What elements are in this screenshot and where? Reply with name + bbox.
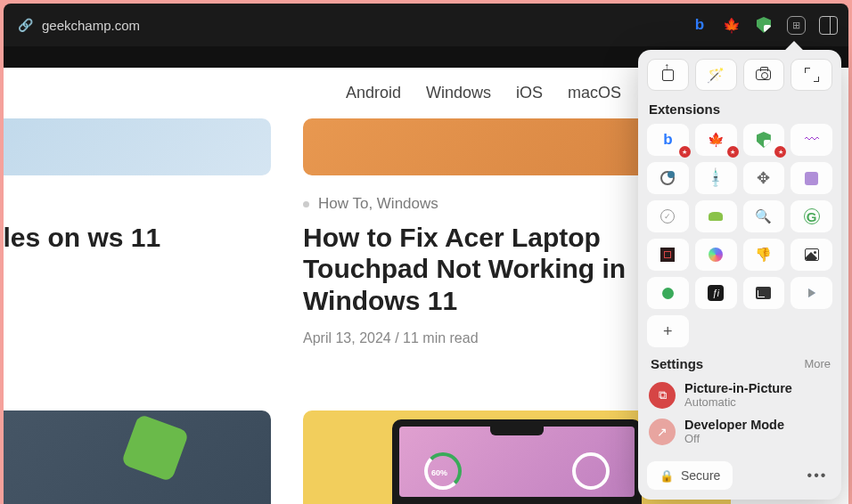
extensions-grid: b 🍁 〰 💉 ✥ ✓ 🔍 G 👎 ƒi + [647, 124, 832, 347]
panel-footer: 🔒 Secure ••• [647, 460, 832, 491]
notification-badge-icon [727, 146, 739, 158]
more-options-button[interactable]: ••• [802, 460, 832, 491]
extension-flame-icon[interactable]: 🍁 [722, 15, 741, 35]
ext-player[interactable] [791, 277, 832, 309]
browser-toolbar: 🔗 geekchamp.com b 🍁 ⊞ [4, 4, 848, 46]
ext-search[interactable]: 🔍 [743, 200, 785, 232]
laptop-illustration: 60% [392, 419, 642, 504]
ext-function[interactable]: ƒi [695, 277, 737, 309]
magnify-icon: 🔍 [755, 208, 772, 224]
ext-redsquare[interactable] [647, 239, 689, 271]
ext-grammarly[interactable]: G [791, 200, 832, 232]
wand-icon: 🪄 [707, 67, 725, 84]
function-icon: ƒi [708, 285, 724, 301]
ext-move[interactable]: ✥ [743, 162, 785, 194]
ext-purple[interactable] [791, 162, 832, 194]
plus-icon: + [663, 322, 673, 341]
magic-button[interactable]: 🪄 [695, 59, 737, 91]
meta-dot-icon [303, 201, 309, 207]
square-icon [805, 172, 818, 185]
article-card[interactable]: Windows Open DAT Files on ws 11 24 / 7 m… [4, 118, 271, 346]
setting-name: Developer Mode [684, 418, 784, 432]
address-bar[interactable]: 🔗 geekchamp.com [18, 18, 140, 33]
article-dateline: 24 / 7 min read [4, 267, 271, 283]
security-status-button[interactable]: 🔒 Secure [647, 461, 733, 490]
ext-check[interactable]: ✓ [647, 200, 689, 232]
setting-value: Off [684, 432, 784, 445]
share-button[interactable] [647, 59, 689, 91]
nav-macos[interactable]: macOS [568, 84, 621, 102]
share-icon [662, 69, 674, 81]
nav-android[interactable]: Android [346, 84, 401, 102]
ext-maple[interactable]: 🍁 [695, 124, 737, 156]
notification-badge-icon [679, 146, 691, 158]
ext-frame[interactable] [743, 277, 785, 309]
image-icon [805, 248, 819, 261]
red-square-icon [660, 248, 675, 262]
ext-colorpicker[interactable]: 💉 [695, 162, 737, 194]
extension-bing-icon[interactable]: b [690, 15, 709, 35]
lock-icon: 🔒 [659, 469, 674, 483]
article-category[interactable]: Windows [4, 195, 271, 213]
swirl-icon [709, 248, 723, 262]
ext-browser[interactable] [647, 162, 689, 194]
secure-label: Secure [681, 468, 720, 483]
setting-devmode[interactable]: ↗ Developer Mode Off [647, 413, 832, 450]
setting-value: Automatic [684, 395, 792, 409]
screenshot-button[interactable] [743, 59, 785, 91]
fullscreen-button[interactable] [791, 59, 832, 91]
nav-windows[interactable]: Windows [426, 84, 491, 102]
panel-actions-row: 🪄 [647, 59, 832, 91]
ext-greendot[interactable] [647, 277, 689, 309]
nav-ios[interactable]: iOS [516, 84, 543, 102]
blob-icon [709, 212, 723, 221]
check-circle-icon: ✓ [660, 209, 675, 224]
extensions-heading: Extensions [647, 102, 832, 117]
toolbar-right: b 🍁 ⊞ [690, 15, 838, 35]
link-icon: 🔗 [18, 18, 33, 32]
ext-dislike[interactable]: 👎 [743, 239, 785, 271]
pip-icon: ⧉ [649, 382, 676, 409]
settings-more-link[interactable]: More [804, 357, 831, 370]
setting-pip[interactable]: ⧉ Picture-in-Picture Automatic [647, 377, 832, 413]
ext-bing[interactable]: b [647, 124, 689, 156]
green-dot-icon [662, 288, 674, 299]
move-icon: ✥ [757, 168, 770, 188]
ext-greenapp[interactable] [695, 200, 737, 232]
extensions-button[interactable]: ⊞ [786, 15, 806, 35]
article-title[interactable]: Open DAT Files on ws 11 [4, 222, 271, 253]
article-thumbnail [4, 118, 271, 175]
notification-badge-icon [774, 146, 786, 158]
maple-icon: 🍁 [708, 132, 725, 148]
url-text: geekchamp.com [42, 18, 140, 33]
globe-icon [660, 171, 675, 185]
add-extension-button[interactable]: + [647, 315, 689, 347]
ext-copilot[interactable] [695, 239, 737, 271]
shield-icon [757, 132, 771, 148]
ext-shield[interactable] [743, 124, 785, 156]
play-icon [808, 289, 815, 297]
eyedropper-icon: 💉 [704, 167, 727, 190]
fullscreen-icon [805, 68, 819, 82]
frame-icon [756, 287, 771, 299]
extension-shield-icon[interactable] [754, 15, 774, 35]
settings-heading: Settings [649, 356, 703, 371]
ext-wave[interactable]: 〰 [791, 124, 832, 156]
settings-header: Settings More [647, 356, 832, 371]
thumb-down-icon: 👎 [755, 247, 772, 263]
grammarly-icon: G [804, 208, 820, 224]
extensions-panel: 🪄 Extensions b 🍁 〰 💉 ✥ ✓ 🔍 G 👎 ƒi + Sett… [638, 50, 841, 500]
devmode-icon: ↗ [649, 419, 676, 445]
sidebar-toggle-button[interactable] [818, 15, 838, 35]
camera-icon [756, 69, 771, 80]
wave-icon: 〰 [805, 132, 819, 148]
bing-icon: b [663, 131, 672, 149]
setting-name: Picture-in-Picture [684, 381, 792, 395]
ext-image[interactable] [791, 239, 832, 271]
article-thumbnail[interactable] [4, 411, 271, 504]
